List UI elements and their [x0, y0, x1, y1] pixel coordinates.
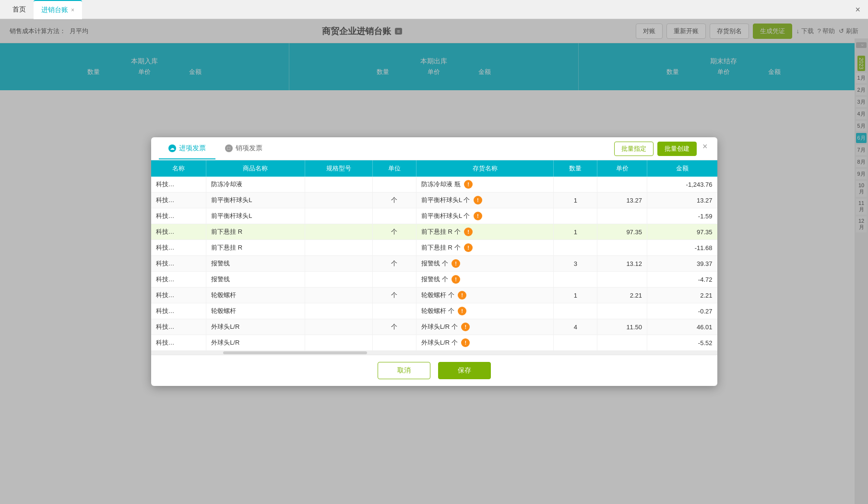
cell-amount: 39.37: [647, 256, 717, 272]
cell-stock: 前平衡杆球头L 个 !: [416, 192, 553, 208]
cell-spec: [305, 335, 372, 351]
cell-amount: 13.27: [647, 192, 717, 208]
save-button[interactable]: 保存: [438, 362, 491, 379]
warning-icon: !: [452, 275, 460, 284]
table-row: 科技… 报警线 个 报警线 个 ! 3 13.12 39.37: [151, 256, 717, 272]
cell-unit: [373, 303, 416, 319]
cell-unit: [373, 208, 416, 224]
warning-icon: !: [464, 228, 473, 236]
cell-qty: [554, 240, 597, 256]
cell-stock: 轮毂螺杆 个 !: [416, 288, 553, 303]
cell-unit: [373, 335, 416, 351]
cell-name: 科技…: [151, 319, 206, 335]
cell-stock: 前下悬挂 R 个 !: [416, 240, 553, 256]
table-row: 科技… 前下悬挂 R 个 前下悬挂 R 个 ! 1 97.35 97.35: [151, 224, 717, 240]
table-row: 科技… 轮毂螺杆 轮毂螺杆 个 ! -0.27: [151, 303, 717, 319]
warning-icon: !: [458, 307, 466, 315]
cell-stock: 报警线 个 !: [416, 256, 553, 272]
cell-amount: 2.21: [647, 288, 717, 303]
cell-unit: [373, 272, 416, 288]
cell-qty: [554, 177, 597, 192]
cell-qty: 1: [554, 224, 597, 240]
tab-sale-invoice[interactable]: □ 销项发票: [215, 138, 272, 159]
tab-home[interactable]: 首页: [5, 0, 34, 19]
main-content: 销售成本计算方法： 月平均 商贸企业进销台账 ≡ 对账 重新开账 存货别名 生成…: [0, 19, 868, 504]
cell-stock: 报警线 个 !: [416, 272, 553, 288]
cancel-button[interactable]: 取消: [378, 362, 430, 379]
col-header-qty: 数量: [554, 160, 597, 177]
cell-name: 科技…: [151, 192, 206, 208]
col-header-unit: 单位: [373, 160, 416, 177]
tab-purchase-invoice[interactable]: ☁ 进项发票: [159, 138, 215, 159]
cell-price: [597, 303, 647, 319]
table-row: 科技… 轮毂螺杆 个 轮毂螺杆 个 ! 1 2.21 2.21: [151, 288, 717, 303]
cell-amount: 97.35: [647, 224, 717, 240]
cell-spec: [305, 240, 372, 256]
cell-product: 防冻冷却液: [206, 177, 305, 192]
cell-price: [597, 335, 647, 351]
modal-table-wrapper[interactable]: 名称 商品名称 规格型号 单位 存货名称 数量 单价 金额: [151, 160, 717, 351]
cell-stock: 前平衡杆球头L 个 !: [416, 208, 553, 224]
warning-icon: !: [474, 196, 482, 204]
col-header-name: 名称: [151, 160, 206, 177]
modal-close-button[interactable]: ×: [701, 142, 710, 156]
cell-unit: 个: [373, 224, 416, 240]
window-close-button[interactable]: ×: [855, 4, 860, 14]
col-header-price: 单价: [597, 160, 647, 177]
warning-icon: !: [474, 212, 482, 220]
modal-body: 名称 商品名称 规格型号 单位 存货名称 数量 单价 金额: [151, 160, 717, 355]
cell-amount: -5.52: [647, 335, 717, 351]
warning-icon: !: [461, 323, 470, 331]
cell-price: 97.35: [597, 224, 647, 240]
cell-stock: 轮毂螺杆 个 !: [416, 303, 553, 319]
cell-unit: 个: [373, 288, 416, 303]
table-row: 科技… 报警线 报警线 个 ! -4.72: [151, 272, 717, 288]
cell-product: 前下悬挂 R: [206, 240, 305, 256]
cell-product: 外球头L/R: [206, 335, 305, 351]
cell-unit: 个: [373, 319, 416, 335]
cell-amount: -1.59: [647, 208, 717, 224]
cell-name: 科技…: [151, 303, 206, 319]
cell-spec: [305, 319, 372, 335]
cell-price: 11.50: [597, 319, 647, 335]
cell-unit: [373, 240, 416, 256]
purchase-invoice-icon: ☁: [168, 144, 176, 152]
tab-ledger[interactable]: 进销台账 ×: [34, 0, 82, 19]
table-row: 科技… 前平衡杆球头L 个 前平衡杆球头L 个 ! 1 13.27 13.27: [151, 192, 717, 208]
table-row: 科技… 外球头L/R 外球头L/R 个 ! -5.52: [151, 335, 717, 351]
cell-name: 科技…: [151, 288, 206, 303]
cell-qty: [554, 208, 597, 224]
cell-name: 科技…: [151, 177, 206, 192]
cell-qty: 1: [554, 192, 597, 208]
tab-close-icon[interactable]: ×: [71, 7, 74, 13]
batch-assign-button[interactable]: 批量指定: [614, 142, 654, 156]
invoice-table: 名称 商品名称 规格型号 单位 存货名称 数量 单价 金额: [151, 160, 717, 351]
batch-create-button[interactable]: 批量创建: [657, 142, 697, 156]
modal-footer: 取消 保存: [151, 355, 717, 386]
modal-backdrop: ☁ 进项发票 □ 销项发票 批量指定 批量创建 ×: [0, 19, 868, 504]
cell-price: [597, 208, 647, 224]
cell-price: 13.12: [597, 256, 647, 272]
warning-icon: !: [452, 259, 460, 268]
cell-price: [597, 240, 647, 256]
cell-stock: 前下悬挂 R 个 !: [416, 224, 553, 240]
cell-price: [597, 177, 647, 192]
tab-bar: 首页 进销台账 × ×: [0, 0, 868, 19]
scrollbar-thumb[interactable]: [223, 351, 367, 354]
modal-header: ☁ 进项发票 □ 销项发票 批量指定 批量创建 ×: [151, 137, 717, 160]
cell-qty: [554, 272, 597, 288]
table-row: 科技… 前平衡杆球头L 前平衡杆球头L 个 ! -1.59: [151, 208, 717, 224]
cell-amount: -1,243.76: [647, 177, 717, 192]
cell-unit: [373, 177, 416, 192]
cell-name: 科技…: [151, 240, 206, 256]
warning-icon: !: [464, 243, 473, 252]
cell-unit: 个: [373, 256, 416, 272]
cell-spec: [305, 272, 372, 288]
cell-price: 2.21: [597, 288, 647, 303]
cell-product: 外球头L/R: [206, 319, 305, 335]
table-scrollbar[interactable]: [151, 351, 717, 355]
cell-name: 科技…: [151, 224, 206, 240]
cell-spec: [305, 208, 372, 224]
cell-stock: 外球头L/R 个 !: [416, 335, 553, 351]
cell-qty: 4: [554, 319, 597, 335]
